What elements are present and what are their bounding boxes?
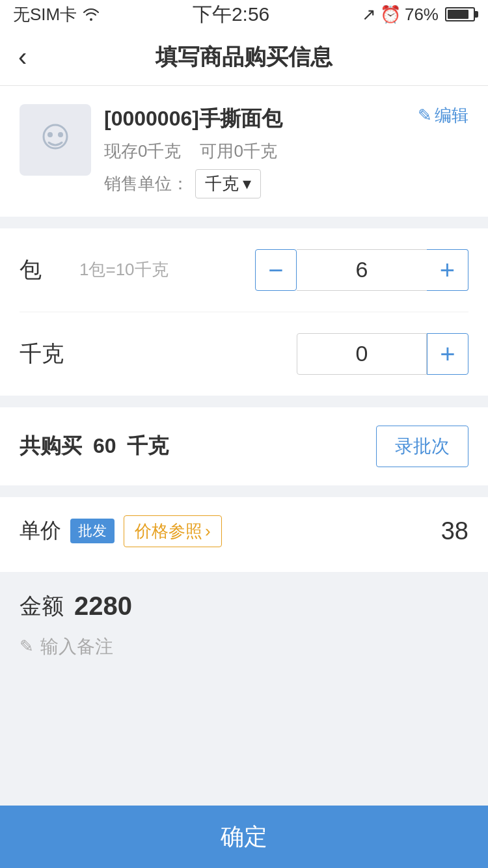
dropdown-arrow-icon: ▾ <box>243 174 251 194</box>
note-edit-icon: ✎ <box>20 636 34 657</box>
wifi-icon <box>82 8 100 21</box>
kg-quantity-input[interactable] <box>297 333 427 375</box>
price-label: 单价 <box>20 517 61 545</box>
status-right: ↗ ⏰ 76% <box>362 5 475 25</box>
product-stock: 现存0千克 可用0千克 <box>104 140 468 163</box>
bag-label: 包 <box>20 255 72 285</box>
nav-bar: ‹ 填写商品购买信息 <box>0 29 488 86</box>
summary-amount: 60 <box>93 434 116 457</box>
edit-icon: ✎ <box>418 105 432 126</box>
product-unit-row: 销售单位： 千克 ▾ <box>104 169 468 198</box>
carrier-text: 无SIM卡 <box>13 3 77 26</box>
svg-point-2 <box>58 132 63 137</box>
kg-label: 千克 <box>20 339 72 369</box>
unit-label: 销售单位： <box>104 172 189 195</box>
status-time: 下午2:56 <box>193 1 269 28</box>
price-row: 单价 批发 价格参照 › 38 <box>20 515 468 547</box>
unit-select[interactable]: 千克 ▾ <box>195 169 261 198</box>
product-info: [0000006]手撕面包 ✎ 编辑 现存0千克 可用0千克 销售单位： 千克 … <box>104 104 468 198</box>
bag-minus-button[interactable]: − <box>255 249 297 291</box>
quantity-section: 包 1包=10千克 − + 千克 + <box>0 228 488 396</box>
bag-controls: − + <box>255 249 468 291</box>
product-logo-icon <box>36 120 75 159</box>
price-value: 38 <box>441 517 468 545</box>
kg-plus-button[interactable]: + <box>427 333 468 375</box>
status-carrier: 无SIM卡 <box>13 3 100 26</box>
location-icon: ↗ <box>362 5 376 25</box>
product-thumbnail <box>20 104 91 176</box>
amount-label: 金额 <box>20 591 64 621</box>
product-name: [0000006]手撕面包 <box>104 104 282 133</box>
alarm-icon: ⏰ <box>380 5 401 25</box>
status-bar: 无SIM卡 下午2:56 ↗ ⏰ 76% <box>0 0 488 29</box>
bag-plus-button[interactable]: + <box>427 249 468 291</box>
confirm-bar[interactable]: 确定 <box>0 806 488 868</box>
product-card: [0000006]手撕面包 ✎ 编辑 现存0千克 可用0千克 销售单位： 千克 … <box>0 86 488 217</box>
amount-value: 2280 <box>74 591 132 621</box>
back-button[interactable]: ‹ <box>18 42 27 72</box>
bag-sub-label: 1包=10千克 <box>79 258 169 281</box>
summary-text: 共购买 60 千克 <box>20 432 169 461</box>
summary-section: 共购买 60 千克 录批次 <box>0 407 488 485</box>
bag-quantity-input[interactable] <box>297 249 427 291</box>
note-placeholder: 输入备注 <box>40 634 113 659</box>
batch-button[interactable]: 录批次 <box>376 426 468 467</box>
svg-point-1 <box>47 132 53 137</box>
price-ref-button[interactable]: 价格参照 › <box>124 515 222 547</box>
amount-row: 金额 2280 <box>20 591 468 621</box>
battery-icon <box>445 7 475 21</box>
quantity-row-bag: 包 1包=10千克 − + <box>20 228 468 312</box>
confirm-button[interactable]: 确定 <box>221 821 267 853</box>
page-title: 填写商品购买信息 <box>156 42 332 72</box>
price-section: 单价 批发 价格参照 › 38 <box>0 497 488 572</box>
battery-percent: 76% <box>405 5 439 25</box>
kg-controls: + <box>297 333 468 375</box>
chevron-right-icon: › <box>205 521 211 541</box>
edit-button[interactable]: ✎ 编辑 <box>418 104 468 127</box>
quantity-row-kg: 千克 + <box>20 312 468 396</box>
price-tag-batch: 批发 <box>70 519 115 543</box>
amount-section: 金额 2280 ✎ 输入备注 <box>0 572 488 672</box>
note-row[interactable]: ✎ 输入备注 <box>20 634 468 672</box>
